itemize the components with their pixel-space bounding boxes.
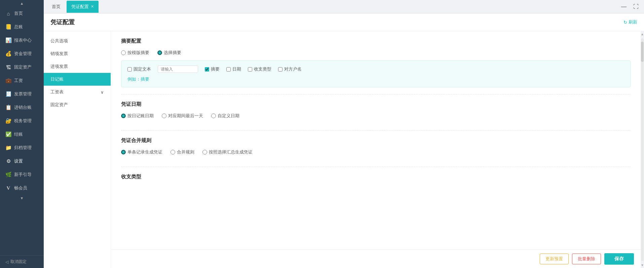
checkbox-income-type-input[interactable] xyxy=(248,67,252,72)
summary-radio-template-input[interactable] xyxy=(121,50,126,55)
sidebar-item-label: 新手引导 xyxy=(14,172,32,178)
scroll-thumb[interactable] xyxy=(641,42,644,62)
batch-delete-button[interactable]: 批量删除 xyxy=(572,254,601,264)
scroll-track xyxy=(641,38,644,261)
left-nav-item-journal[interactable]: 日记账 xyxy=(44,73,111,86)
left-nav-label: 公共选项 xyxy=(50,38,68,44)
sidebar-item-fund-management[interactable]: 💰 资金管理 xyxy=(0,47,44,60)
refresh-button[interactable]: ↻ 刷新 xyxy=(623,19,637,25)
sidebar-item-fixed-assets[interactable]: 🏗 固定资产 xyxy=(0,60,44,74)
merge-radio-rules-input[interactable] xyxy=(171,150,175,154)
checkbox-income-type-label: 收支类型 xyxy=(254,66,271,72)
summary-radio-select-input[interactable] xyxy=(157,50,162,55)
outer-scrollbar[interactable]: ▲ ▼ xyxy=(641,31,644,268)
left-nav-item-public-options[interactable]: 公共选项 xyxy=(44,35,111,47)
sidebar-item-archive-management[interactable]: 📁 归档管理 xyxy=(0,141,44,154)
right-content: 摘要配置 按模版摘要 选择摘要 xyxy=(111,31,641,250)
sidebar-item-label: 设置 xyxy=(14,158,23,164)
sidebar-scroll-up[interactable]: ▲ xyxy=(0,0,44,7)
page-header: 凭证配置 ↻ 刷新 xyxy=(44,13,644,31)
checkbox-counterpart-input[interactable] xyxy=(278,67,282,72)
checkbox-summary[interactable]: 摘要 xyxy=(205,66,220,72)
checkbox-date-label: 日期 xyxy=(232,66,241,72)
checkbox-summary-input[interactable] xyxy=(205,67,209,72)
payroll-icon: 💼 xyxy=(5,78,11,84)
summary-config-title: 摘要配置 xyxy=(121,38,631,44)
scroll-down-arrow[interactable]: ▼ xyxy=(641,262,644,268)
sidebar-item-home[interactable]: ⌂ 首页 xyxy=(0,7,44,20)
sidebar-item-general-ledger[interactable]: 📒 总账 xyxy=(0,20,44,34)
sidebar-item-label: 畅会员 xyxy=(14,185,27,191)
merge-rules-section: 凭证合并规则 单条记录生成凭证 合并规则 xyxy=(121,137,631,167)
sidebar-item-label: 固定资产 xyxy=(14,64,32,70)
voucher-date-section: 凭证日期 按日记账日期 对应期间最后一天 xyxy=(121,101,631,131)
checkbox-fixed-text[interactable]: 固定文本 xyxy=(127,66,151,72)
window-maximize-button[interactable]: ⛶ xyxy=(631,3,641,10)
sidebar-item-vip[interactable]: V 畅会员 xyxy=(0,181,44,195)
checkbox-summary-label: 摘要 xyxy=(211,66,220,72)
voucher-date-radio-journal-input[interactable] xyxy=(121,114,126,118)
tab-voucher-config[interactable]: 凭证配置 ✕ xyxy=(67,1,99,13)
merge-radio-batch-input[interactable] xyxy=(202,150,207,154)
voucher-date-radio-custom[interactable]: 自定义日期 xyxy=(211,113,239,119)
sidebar-unpin[interactable]: ◁ 取消固定 xyxy=(0,255,44,268)
merge-rules-radio-group: 单条记录生成凭证 合并规则 按照选择汇总生成凭证 xyxy=(121,149,631,155)
voucher-date-radio-last-day-label: 对应期间最后一天 xyxy=(168,113,203,119)
checkbox-income-type[interactable]: 收支类型 xyxy=(248,66,271,72)
vip-icon: V xyxy=(5,185,11,191)
sidebar-item-purchase-sales[interactable]: 📋 进销台账 xyxy=(0,101,44,114)
sidebar-item-payroll[interactable]: 💼 工资 xyxy=(0,74,44,87)
sidebar-item-label: 报表中心 xyxy=(14,37,32,43)
merge-radio-single-label: 单条记录生成凭证 xyxy=(127,149,162,155)
update-preview-button[interactable]: 更新预置 xyxy=(540,254,569,264)
ledger-icon: 📒 xyxy=(5,24,11,30)
pin-icon: ◁ xyxy=(5,260,8,264)
checkbox-date[interactable]: 日期 xyxy=(226,66,241,72)
page-title: 凭证配置 xyxy=(50,18,75,26)
merge-radio-single-input[interactable] xyxy=(121,150,126,154)
fixed-text-input[interactable] xyxy=(158,65,198,73)
sidebar-item-report-center[interactable]: 📊 报表中心 xyxy=(0,34,44,47)
save-button[interactable]: 保存 xyxy=(604,253,634,265)
sidebar-item-invoice-management[interactable]: 🧾 发票管理 xyxy=(0,87,44,101)
sidebar-item-label: 税务管理 xyxy=(14,118,32,124)
sidebar-item-label: 首页 xyxy=(14,10,23,16)
merge-rules-title: 凭证合并规则 xyxy=(121,137,631,144)
sidebar-item-label: 进销台账 xyxy=(14,104,32,110)
left-nav-item-payroll-table[interactable]: 工资表 ∨ xyxy=(44,86,111,98)
left-nav-item-fixed-assets[interactable]: 固定资产 xyxy=(44,98,111,111)
merge-radio-single[interactable]: 单条记录生成凭证 xyxy=(121,149,162,155)
summary-radio-group: 按模版摘要 选择摘要 xyxy=(121,50,631,56)
tab-home[interactable]: 首页 xyxy=(47,1,65,13)
voucher-date-radio-last-day[interactable]: 对应期间最后一天 xyxy=(162,113,203,119)
voucher-date-radio-custom-input[interactable] xyxy=(211,114,216,118)
sidebar-item-label: 结账 xyxy=(14,131,23,137)
chevron-down-icon: ∨ xyxy=(101,90,104,95)
content-area: 公共选项 销项发票 进项发票 日记账 工资表 ∨ 固定资产 xyxy=(44,31,644,268)
window-minimize-button[interactable]: — xyxy=(619,3,629,10)
merge-radio-rules[interactable]: 合并规则 xyxy=(171,149,194,155)
sidebar-item-closing[interactable]: ✅ 结账 xyxy=(0,128,44,141)
sidebar-item-label: 总账 xyxy=(14,24,23,30)
checkbox-counterpart[interactable]: 对方户名 xyxy=(278,66,302,72)
scroll-up-arrow[interactable]: ▲ xyxy=(641,31,644,37)
fund-icon: 💰 xyxy=(5,51,11,57)
sidebar-item-settings[interactable]: ⚙ 设置 xyxy=(0,154,44,168)
left-nav-item-sales-invoice[interactable]: 销项发票 xyxy=(44,47,111,60)
tab-close-icon[interactable]: ✕ xyxy=(91,4,94,9)
merge-radio-batch[interactable]: 按照选择汇总生成凭证 xyxy=(202,149,253,155)
checkbox-date-input[interactable] xyxy=(226,67,231,72)
voucher-date-radio-journal[interactable]: 按日记账日期 xyxy=(121,113,154,119)
sidebar: ▲ ⌂ 首页 📒 总账 📊 报表中心 💰 资金管理 🏗 固定资产 💼 工资 🧾 … xyxy=(0,0,44,268)
summary-radio-select[interactable]: 选择摘要 xyxy=(157,50,181,56)
checkbox-fixed-text-input[interactable] xyxy=(127,67,132,72)
summary-radio-template[interactable]: 按模版摘要 xyxy=(121,50,149,56)
left-nav-item-purchase-invoice[interactable]: 进项发票 xyxy=(44,60,111,73)
sidebar-item-guide[interactable]: 🌿 新手引导 xyxy=(0,168,44,181)
summary-options: 固定文本 摘要 日期 xyxy=(127,65,624,73)
voucher-date-radio-last-day-input[interactable] xyxy=(162,114,166,118)
sidebar-item-tax-management[interactable]: 🔐 税务管理 xyxy=(0,114,44,128)
tab-home-label: 首页 xyxy=(52,4,61,10)
sidebar-scroll-down[interactable]: ▼ xyxy=(0,195,44,202)
refresh-label: 刷新 xyxy=(629,19,637,25)
